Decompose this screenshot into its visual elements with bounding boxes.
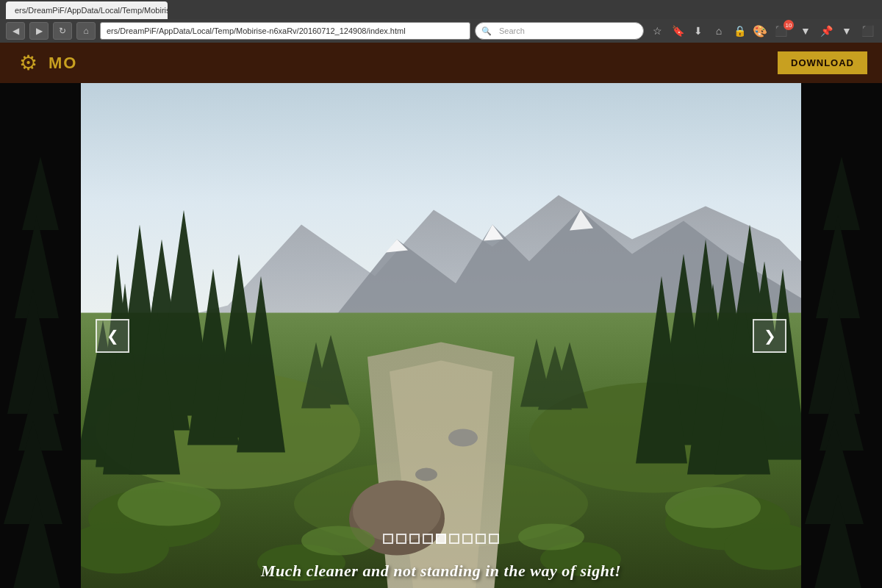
reload-button[interactable]: ↻	[53, 22, 72, 40]
slideshow: ❮ ❯ Much cleaner a	[81, 83, 801, 588]
left-forest-svg	[0, 83, 81, 588]
left-forest-bg	[0, 83, 81, 588]
prev-button[interactable]: ❮	[96, 319, 129, 353]
indicator-7[interactable]	[462, 534, 473, 544]
slide-indicators	[383, 534, 499, 544]
vpn-icon[interactable]: 🔒	[731, 22, 748, 40]
color-icon[interactable]: 🎨	[751, 22, 769, 40]
notification-badge: 10	[784, 20, 794, 30]
download-button[interactable]: DOWNLOAD	[778, 51, 867, 74]
prev-icon: ❮	[107, 327, 119, 345]
svg-point-65	[415, 468, 437, 481]
forward-button[interactable]: ▶	[29, 22, 49, 40]
indicator-5[interactable]	[436, 534, 446, 544]
indicator-2[interactable]	[396, 534, 406, 544]
right-forest-bg	[801, 83, 882, 588]
star-icon[interactable]: ☆	[648, 22, 666, 40]
bookmark-icon[interactable]: 🔖	[669, 22, 686, 40]
side-panel-left	[0, 83, 81, 588]
notification-area: ⬛ 10	[772, 22, 794, 40]
slideshow-image: ❮ ❯ Much cleaner a	[81, 83, 801, 588]
menu-icon[interactable]: ▼	[797, 22, 814, 40]
indicator-3[interactable]	[409, 534, 420, 544]
svg-point-60	[118, 482, 220, 526]
indicator-6[interactable]	[449, 534, 459, 544]
back-button[interactable]: ◀	[6, 22, 25, 40]
browser-chrome: ers/DreamPiF/AppData/Local/Temp/Mobirise…	[0, 0, 882, 43]
toolbar-icons: ☆ 🔖 ⬇ ⌂ 🔒 🎨 ⬛ 10 ▼ 📌 ▼ ⬛	[648, 22, 876, 40]
svg-point-64	[448, 429, 478, 447]
indicator-9[interactable]	[489, 534, 499, 544]
slideshow-caption: Much cleaner and not standing in the way…	[81, 562, 801, 581]
menu-dots-icon[interactable]: ▼	[838, 22, 856, 40]
browser-toolbar: ◀ ▶ ↻ ⌂ ers/DreamPiF/AppData/Local/Temp/…	[0, 19, 882, 43]
dots-row	[383, 534, 499, 544]
svg-point-62	[301, 526, 375, 556]
svg-rect-7	[0, 83, 81, 588]
landscape-svg	[81, 83, 801, 588]
home-button[interactable]: ⌂	[76, 22, 96, 40]
home-icon[interactable]: ⌂	[710, 22, 728, 40]
search-placeholder: Search	[499, 26, 525, 35]
svg-point-61	[665, 487, 761, 528]
address-bar[interactable]: ers/DreamPiF/AppData/Local/Temp/Mobirise…	[100, 22, 470, 40]
svg-point-63	[518, 524, 584, 551]
search-icon: 🔍	[481, 26, 492, 36]
svg-rect-15	[801, 83, 882, 588]
indicator-1[interactable]	[383, 534, 393, 544]
main-content: ⚙ MO DOWNLOAD	[0, 43, 882, 588]
app-title: MO	[49, 54, 77, 73]
address-text: ers/DreamPiF/AppData/Local/Temp/Mobirise…	[107, 26, 406, 35]
right-forest-svg	[801, 83, 882, 588]
app-header: ⚙ MO DOWNLOAD	[0, 43, 882, 83]
browser-tab[interactable]: ers/DreamPiF/AppData/Local/Temp/Mobirise…	[6, 1, 168, 19]
next-button[interactable]: ❯	[753, 319, 786, 353]
browser-tab-bar: ers/DreamPiF/AppData/Local/Temp/Mobirise…	[0, 0, 882, 19]
search-bar[interactable]: 🔍 Search	[475, 22, 644, 40]
side-panel-right	[801, 83, 882, 588]
indicator-8[interactable]	[476, 534, 486, 544]
extensions2-icon[interactable]: ⬛	[858, 22, 876, 40]
download-icon[interactable]: ⬇	[689, 22, 707, 40]
indicator-4[interactable]	[423, 534, 433, 544]
bookmarks-icon[interactable]: 📌	[817, 22, 835, 40]
gear-icon: ⚙	[15, 50, 41, 76]
tab-label: ers/DreamPiF/AppData/Local/Temp/Mobirise…	[15, 6, 168, 15]
app-logo: ⚙ MO	[15, 50, 77, 76]
next-icon: ❯	[764, 327, 776, 345]
